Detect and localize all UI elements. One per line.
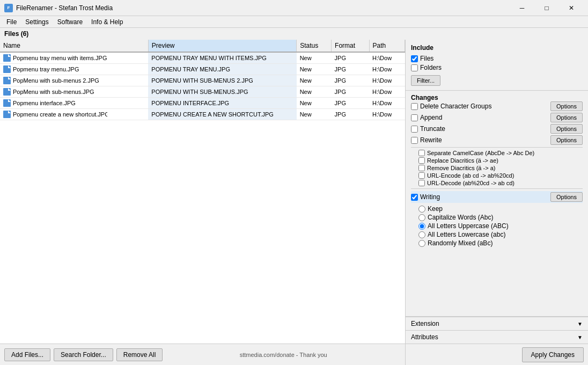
extension-collapsible[interactable]: Extension ▼	[406, 317, 588, 330]
file-rows: Popmenu tray menu with items.JPGPOPMENU …	[0, 52, 405, 120]
file-panel: Name Preview Status Format Path Popmenu …	[0, 40, 406, 365]
folders-checkbox[interactable]	[411, 64, 418, 71]
main-layout: Files (6) Name Preview Status Format Pat…	[0, 28, 588, 365]
remove-diacritics-checkbox[interactable]	[418, 165, 425, 171]
cell-preview: POPMENU WITH SUB-MENUS.JPG	[148, 86, 296, 98]
append-options-button[interactable]: Options	[550, 113, 583, 122]
files-label: Files	[420, 55, 433, 62]
writing-keep-label: Keep	[428, 205, 443, 213]
attributes-label: Attributes	[411, 333, 438, 341]
truncate-options-button[interactable]: Options	[550, 124, 583, 134]
cell-preview: POPMENU INTERFACE.JPG	[148, 98, 296, 109]
rewrite-options-button[interactable]: Options	[550, 135, 583, 145]
minimize-button[interactable]: ─	[510, 0, 534, 16]
include-title: Include	[411, 44, 583, 52]
cell-status: New	[297, 109, 332, 120]
table-row[interactable]: Popmenu create a new shortcut.JPGPOPMENU…	[0, 109, 405, 120]
cell-status: New	[297, 64, 332, 75]
col-status[interactable]: Status	[297, 40, 332, 52]
camelcase-label: Separate CamelCase (AbcDe -> Abc De)	[427, 150, 534, 156]
menu-settings[interactable]: Settings	[21, 17, 53, 27]
truncate-row: Truncate Options	[411, 124, 583, 134]
table-row[interactable]: Popmenu tray menu.JPGPOPMENU TRAY MENU.J…	[0, 64, 405, 75]
menu-software[interactable]: Software	[53, 17, 87, 27]
col-preview[interactable]: Preview	[148, 40, 296, 52]
writing-uppercase-radio[interactable]	[418, 223, 425, 230]
delete-char-groups-options-button[interactable]: Options	[550, 101, 583, 111]
attributes-collapsible[interactable]: Attributes ▼	[406, 330, 588, 344]
camelcase-checkbox[interactable]	[418, 150, 425, 156]
file-name: Popmenu interface.JPG	[13, 100, 76, 106]
filter-button[interactable]: Filter...	[411, 75, 440, 86]
maximize-button[interactable]: □	[534, 0, 559, 16]
cell-preview: POPMENU TRAY MENU.JPG	[148, 64, 296, 75]
table-row[interactable]: Popmenu interface.JPGPOPMENU INTERFACE.J…	[0, 98, 405, 109]
writing-lowercase-label: All Letters Lowercase (abc)	[428, 231, 505, 238]
writing-lowercase-row: All Letters Lowercase (abc)	[418, 231, 583, 238]
cell-format: JPG	[332, 86, 369, 98]
apply-changes-button[interactable]: Apply Changes	[522, 347, 584, 362]
cell-status: New	[297, 52, 332, 64]
files-table: Name Preview Status Format Path Popmenu …	[0, 40, 405, 120]
extension-chevron-icon: ▼	[577, 321, 583, 327]
col-format[interactable]: Format	[332, 40, 369, 52]
replace-diacritics-checkbox[interactable]	[418, 157, 425, 164]
table-row[interactable]: Popmenu tray menu with items.JPGPOPMENU …	[0, 52, 405, 64]
file-icon	[3, 88, 11, 96]
file-icon	[3, 65, 11, 73]
file-table[interactable]: Name Preview Status Format Path Popmenu …	[0, 40, 405, 344]
files-checkbox[interactable]	[411, 55, 418, 62]
cell-path: H:\Dow	[369, 64, 405, 75]
cell-format: JPG	[332, 75, 369, 86]
bottom-sections: Extension ▼ Attributes ▼	[406, 316, 588, 344]
writing-random-radio[interactable]	[418, 240, 425, 247]
rewrite-row: Rewrite Options	[411, 135, 583, 145]
url-encode-checkbox[interactable]	[418, 172, 425, 179]
changes-scroll[interactable]: Delete Character Groups Options Append O…	[406, 101, 588, 316]
files-header: Files (6)	[0, 28, 588, 40]
cell-path: H:\Dow	[369, 109, 405, 120]
writing-options-button[interactable]: Options	[550, 192, 583, 202]
window-title: FileRenamer - Stefan Trost Media	[16, 4, 510, 12]
cell-path: H:\Dow	[369, 86, 405, 98]
truncate-label: Truncate	[420, 125, 548, 133]
col-path[interactable]: Path	[369, 40, 405, 52]
content-area: Name Preview Status Format Path Popmenu …	[0, 40, 588, 365]
cell-status: New	[297, 75, 332, 86]
file-name: Popmenu tray menu.JPG	[13, 66, 79, 72]
search-folder-button[interactable]: Search Folder...	[54, 348, 113, 361]
writing-capitalize-radio[interactable]	[418, 214, 425, 221]
delete-char-groups-label: Delete Character Groups	[420, 103, 548, 110]
url-decode-checkbox[interactable]	[418, 180, 425, 186]
files-checkbox-row: Files	[411, 55, 583, 62]
menu-file[interactable]: File	[2, 17, 21, 27]
cell-path: H:\Dow	[369, 52, 405, 64]
file-icon	[3, 54, 11, 62]
cell-preview: POPMENU CREATE A NEW SHORTCUT.JPG	[148, 109, 296, 120]
truncate-checkbox[interactable]	[411, 126, 418, 133]
cell-name: Popmenu interface.JPG	[0, 98, 107, 108]
rewrite-checkbox[interactable]	[411, 137, 418, 144]
file-icon	[3, 111, 11, 118]
menu-info-help[interactable]: Info & Help	[87, 17, 127, 27]
delete-char-groups-checkbox[interactable]	[411, 103, 418, 110]
writing-capitalize-label: Capitalize Words (Abc)	[428, 214, 493, 221]
close-button[interactable]: ✕	[559, 0, 584, 16]
attributes-chevron-icon: ▼	[577, 334, 583, 340]
col-name[interactable]: Name	[0, 40, 148, 52]
writing-checkbox[interactable]	[411, 194, 418, 201]
add-files-button[interactable]: Add Files...	[4, 348, 50, 361]
remove-all-button[interactable]: Remove All	[116, 348, 163, 361]
apply-section: Apply Changes	[406, 344, 588, 365]
file-icon	[3, 99, 11, 107]
writing-keep-radio[interactable]	[418, 206, 425, 213]
file-name: PopMenu with sub-menus 2.JPG	[13, 77, 99, 84]
table-row[interactable]: PopMenu with sub-menus 2.JPGPOPMENU WITH…	[0, 75, 405, 86]
cell-format: JPG	[332, 52, 369, 64]
append-checkbox[interactable]	[411, 114, 418, 121]
table-row[interactable]: PopMenu with sub-menus.JPGPOPMENU WITH S…	[0, 86, 405, 98]
writing-lowercase-radio[interactable]	[418, 231, 425, 238]
writing-row: Writing Options	[411, 191, 583, 203]
cell-name: PopMenu with sub-menus 2.JPG	[0, 75, 107, 86]
app-icon: F	[4, 4, 13, 12]
